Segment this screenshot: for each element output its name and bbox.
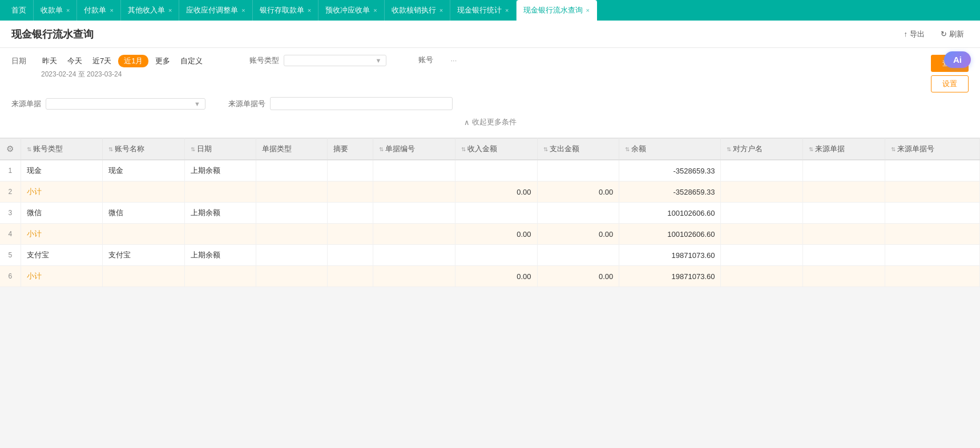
cell-doc-num: [373, 245, 455, 266]
page-title: 现金银行流水查询: [11, 27, 94, 41]
nav-bank-stats[interactable]: 现金银行统计 ×: [450, 0, 516, 21]
export-label: 导出: [910, 29, 925, 39]
cell-date: [184, 224, 256, 245]
cell-date: 上期余额: [184, 203, 256, 224]
shortcut-custom[interactable]: 自定义: [177, 55, 206, 67]
cell-source-doc-num: [885, 203, 979, 224]
cell-income: 0.00: [455, 224, 537, 245]
th-summary: 摘要: [327, 139, 373, 160]
cell-source-doc: [803, 266, 885, 287]
nav-payment-label: 付款单: [84, 5, 106, 15]
cell-doc-type: [256, 181, 327, 203]
cell-source-doc-num: [885, 160, 979, 181]
account-type-select[interactable]: ▼: [284, 55, 386, 66]
cell-account-type: 微信: [21, 203, 103, 224]
th-expense: ⇅支出金额: [537, 139, 619, 160]
nav-bank-deposit-close[interactable]: ×: [308, 7, 311, 14]
source-doc-field: 来源单据 ▼: [11, 98, 205, 110]
refresh-button[interactable]: ↻ 刷新: [936, 27, 969, 42]
nav-bank-deposit[interactable]: 银行存取款单 ×: [253, 0, 318, 21]
nav-bank-flow-label: 现金银行流水查询: [523, 5, 583, 15]
nav-bank-stats-close[interactable]: ×: [505, 7, 509, 14]
cell-date: 上期余额: [184, 160, 256, 181]
cell-account-type: 小计: [21, 224, 103, 245]
cell-account-name: [103, 266, 185, 287]
nav-home[interactable]: 首页: [5, 0, 34, 21]
cell-account-type: 现金: [21, 160, 103, 181]
nav-bank-flow[interactable]: 现金银行流水查询 ×: [517, 0, 597, 21]
nav-receipt-exec[interactable]: 收款核销执行 ×: [385, 0, 450, 21]
shortcut-today[interactable]: 今天: [64, 55, 86, 67]
cell-row-num: 3: [0, 203, 21, 224]
cell-counterpart: [721, 160, 803, 181]
nav-receipt[interactable]: 收款单 ×: [34, 0, 77, 21]
refresh-icon: ↻: [941, 30, 947, 38]
account-type-arrow-icon: ▼: [376, 57, 382, 64]
cell-source-doc: [803, 160, 885, 181]
nav-other-income[interactable]: 其他收入单 ×: [121, 0, 179, 21]
nav-payment[interactable]: 付款单 ×: [77, 0, 120, 21]
cell-row-num: 4: [0, 224, 21, 245]
th-source-doc: ⇅来源单据: [803, 139, 885, 160]
data-table: ⚙ ⇅账号类型 ⇅账号名称 ⇅日期 单据类型 摘要 ⇅单据编号 ⇅收入金额 ⇅支…: [0, 138, 980, 287]
cell-row-num: 6: [0, 266, 21, 287]
nav-adjustment[interactable]: 应收应付调整单 ×: [179, 0, 252, 21]
settings-button[interactable]: 设置: [931, 75, 969, 92]
shortcut-yesterday[interactable]: 昨天: [39, 55, 61, 67]
cell-account-type: 支付宝: [21, 245, 103, 266]
cell-account-type: 小计: [21, 266, 103, 287]
cell-balance: 19871073.60: [619, 245, 721, 266]
cell-doc-num: [373, 224, 455, 245]
nav-bank-deposit-label: 银行存取款单: [260, 5, 304, 15]
nav-payment-close[interactable]: ×: [110, 7, 113, 14]
nav-prepay-offset-close[interactable]: ×: [373, 7, 377, 14]
cell-source-doc: [803, 203, 885, 224]
th-account-name: ⇅账号名称: [103, 139, 185, 160]
cell-doc-num: [373, 266, 455, 287]
date-shortcuts: 昨天 今天 近7天 近1月 更多 自定义: [39, 55, 206, 67]
nav-home-label: 首页: [11, 5, 26, 15]
cell-expense: 0.00: [537, 181, 619, 203]
cell-row-num: 2: [0, 181, 21, 203]
source-doc-num-input[interactable]: [270, 97, 453, 110]
cell-doc-type: [256, 224, 327, 245]
top-navigation: 首页 收款单 × 付款单 × 其他收入单 × 应收应付调整单 × 银行存取款单 …: [0, 0, 980, 21]
source-doc-select[interactable]: ▼: [46, 98, 205, 110]
nav-receipt-exec-label: 收款核销执行: [392, 5, 436, 15]
cell-account-type: 小计: [21, 181, 103, 203]
nav-prepay-offset[interactable]: 预收冲应收单 ×: [318, 0, 384, 21]
header-actions: ↑ 导出 ↻ 刷新: [900, 27, 969, 42]
cell-balance: -3528659.33: [619, 160, 721, 181]
table-row: 2小计0.000.00-3528659.33: [0, 181, 980, 203]
nav-receipt-exec-close[interactable]: ×: [439, 7, 443, 14]
cell-doc-type: [256, 203, 327, 224]
cell-account-name: 支付宝: [103, 245, 185, 266]
shortcut-7days[interactable]: 近7天: [89, 55, 115, 67]
column-settings-icon[interactable]: ⚙: [6, 144, 14, 154]
nav-bank-flow-close[interactable]: ×: [586, 7, 590, 14]
cell-row-num: 5: [0, 245, 21, 266]
account-dots-icon[interactable]: ···: [450, 56, 457, 64]
cell-summary: [327, 181, 373, 203]
collapse-button[interactable]: ∧ 收起更多条件: [464, 114, 517, 131]
cell-income: [455, 203, 537, 224]
date-filter-label: 日期: [11, 56, 34, 66]
cell-counterpart: [721, 203, 803, 224]
cell-doc-num: [373, 181, 455, 203]
nav-adjustment-close[interactable]: ×: [241, 7, 245, 14]
cell-account-name: [103, 181, 185, 203]
shortcut-1month[interactable]: 近1月: [118, 55, 148, 67]
ai-badge[interactable]: Ai: [944, 51, 971, 68]
cell-source-doc-num: [885, 245, 979, 266]
export-button[interactable]: ↑ 导出: [900, 27, 930, 42]
table-container: ⚙ ⇅账号类型 ⇅账号名称 ⇅日期 单据类型 摘要 ⇅单据编号 ⇅收入金额 ⇅支…: [0, 138, 980, 287]
th-account-type: ⇅账号类型: [21, 139, 103, 160]
cell-summary: [327, 203, 373, 224]
cell-date: [184, 181, 256, 203]
shortcut-more[interactable]: 更多: [152, 55, 174, 67]
collapse-label: 收起更多条件: [472, 117, 517, 127]
nav-receipt-close[interactable]: ×: [66, 7, 70, 14]
nav-other-income-close[interactable]: ×: [168, 7, 172, 14]
cell-source-doc: [803, 181, 885, 203]
source-doc-label: 来源单据: [11, 99, 41, 109]
